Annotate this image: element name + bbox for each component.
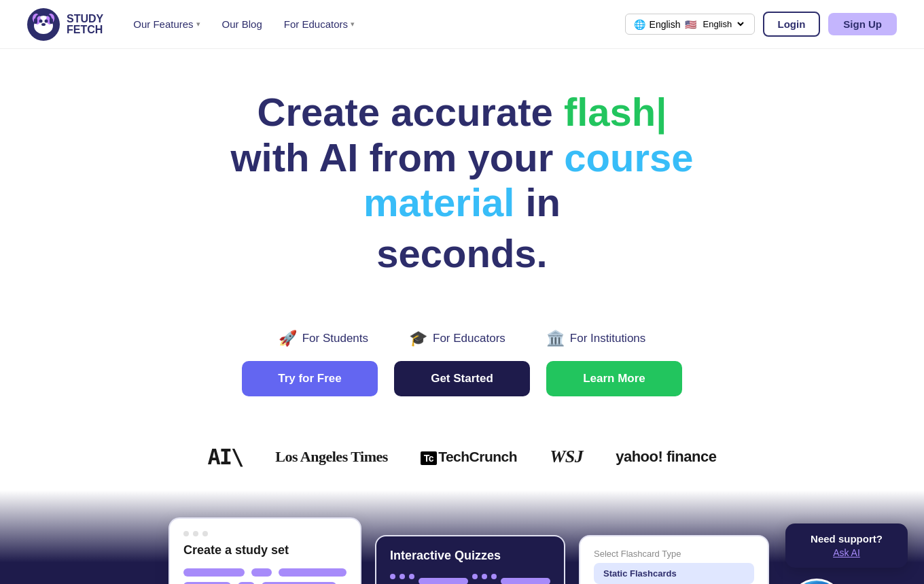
svg-rect-9 <box>50 18 53 24</box>
quiz-dot-5 <box>482 574 487 579</box>
svg-rect-8 <box>34 18 37 24</box>
study-set-title: Create a study set <box>183 543 346 557</box>
building-icon: 🏛️ <box>546 330 565 347</box>
static-flashcard-option[interactable]: Static Flashcards <box>594 563 754 584</box>
support-title: Need support? <box>799 533 894 545</box>
tab-institutions[interactable]: 🏛️ For Institutions <box>546 330 646 347</box>
tab-institutions-label: For Institutions <box>570 332 646 345</box>
get-started-button[interactable]: Get Started <box>394 361 530 396</box>
nav-links: Our Features ▾ Our Blog For Educators ▾ <box>125 13 363 35</box>
quiz-bars <box>390 574 550 584</box>
quiz-card: Interactive Quizzes <box>375 535 565 584</box>
learn-more-button[interactable]: Learn More <box>546 361 682 396</box>
globe-icon: 🌐 <box>634 19 645 30</box>
nav-features[interactable]: Our Features ▾ <box>125 13 208 35</box>
signup-button[interactable]: Sign Up <box>828 13 897 35</box>
ask-ai-link[interactable]: Ask AI <box>799 547 894 558</box>
nav-left: STUDY FETCH Our Features ▾ Our Blog For … <box>27 8 363 41</box>
language-selector[interactable]: 🌐 English 🇺🇸 English Spanish French <box>625 14 755 35</box>
yahoo-logo: yahoo! finance <box>616 448 716 466</box>
quiz-dot-1 <box>390 574 395 579</box>
globe-sphere <box>789 579 844 584</box>
mascot-svg <box>73 549 155 584</box>
svg-point-6 <box>45 19 48 22</box>
techcrunch-logo: TcTechCrunch <box>421 449 517 465</box>
dot-3 <box>202 531 208 536</box>
tab-students[interactable]: 🚀 For Students <box>279 330 368 347</box>
rocket-icon: 🚀 <box>279 330 297 347</box>
quiz-dots-row-1 <box>390 574 550 584</box>
try-free-button[interactable]: Try for Free <box>242 361 378 396</box>
dot-1 <box>183 531 189 536</box>
flag-icon: 🇺🇸 <box>685 19 696 30</box>
line-1 <box>183 568 245 577</box>
navbar: STUDY FETCH Our Features ▾ Our Blog For … <box>0 0 924 49</box>
study-set-card: Create a study set ⬆ Drag and Drop Your … <box>168 517 361 584</box>
nav-right: 🌐 English 🇺🇸 English Spanish French Logi… <box>625 12 897 37</box>
hero-heading-1: Create accurate flash| <box>183 90 741 135</box>
line-row-1 <box>183 568 346 577</box>
chevron-down-icon-2: ▾ <box>351 20 355 29</box>
nav-blog[interactable]: Our Blog <box>214 13 270 35</box>
tab-educators-label: For Educators <box>433 332 505 345</box>
quiz-dot-2 <box>399 574 405 579</box>
lang-dropdown[interactable]: English Spanish French <box>700 18 746 30</box>
hero-heading-3: seconds. <box>183 231 741 277</box>
nav-educators[interactable]: For Educators ▾ <box>276 13 363 35</box>
line-3 <box>279 568 346 577</box>
wsj-logo: WSJ <box>550 447 583 467</box>
tab-educators[interactable]: 🎓 For Educators <box>409 330 505 347</box>
logo-text: STUDY FETCH <box>67 14 103 35</box>
quiz-bar-2 <box>501 578 550 584</box>
quiz-dot-4 <box>472 574 478 579</box>
svg-point-7 <box>41 23 46 26</box>
card-dots <box>183 531 346 536</box>
flashcard-label: Select Flashcard Type <box>594 549 754 559</box>
login-button[interactable]: Login <box>763 12 821 37</box>
dot-2 <box>193 531 198 536</box>
quiz-title: Interactive Quizzes <box>390 549 550 563</box>
support-widget: Need support? Ask AI <box>785 523 908 568</box>
globe-svg <box>792 581 846 584</box>
quiz-bar-1 <box>419 578 468 584</box>
svg-point-5 <box>39 19 43 22</box>
tab-students-label: For Students <box>302 332 368 345</box>
audience-tabs: 🚀 For Students 🎓 For Educators 🏛️ For In… <box>0 330 924 347</box>
chevron-down-icon: ▾ <box>196 20 200 29</box>
logo-icon <box>27 8 60 41</box>
quiz-dot-3 <box>409 574 414 579</box>
hero-heading-2: with AI from your course material in <box>183 135 741 226</box>
press-logos: AI\ Los Angeles Times TcTechCrunch WSJ y… <box>0 424 924 490</box>
lat-logo: Los Angeles Times <box>275 448 388 466</box>
logo[interactable]: STUDY FETCH <box>27 8 103 41</box>
anthropic-logo: AI\ <box>208 444 243 470</box>
quiz-dot-6 <box>491 574 497 579</box>
flashcard-card: Select Flashcard Type Static Flashcards … <box>579 535 769 584</box>
cta-row: Try for Free Get Started Learn More <box>0 361 924 396</box>
line-2 <box>251 568 272 577</box>
mascot <box>73 549 155 584</box>
hero-section: Create accurate flash| with AI from your… <box>156 49 768 309</box>
graduation-icon: 🎓 <box>409 330 427 347</box>
